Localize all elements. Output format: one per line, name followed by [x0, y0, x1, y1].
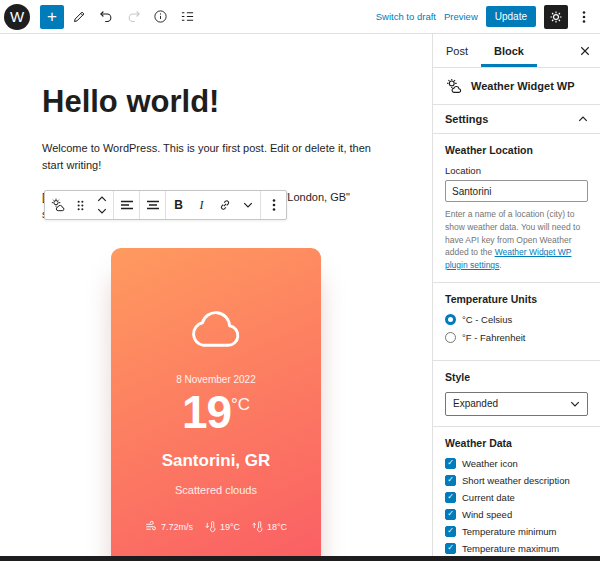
- kebab-icon: [577, 10, 591, 24]
- checkbox-temperature-minimum[interactable]: Temperature minimum: [445, 526, 588, 537]
- checkbox-short-description[interactable]: Short weather description: [445, 475, 588, 486]
- widget-description: Scattered clouds: [175, 484, 257, 496]
- checkbox-checked-icon: [445, 475, 456, 486]
- preview-button[interactable]: Preview: [444, 11, 478, 22]
- redo-button[interactable]: [121, 3, 145, 31]
- post-paragraph[interactable]: Welcome to WordPress. This is your first…: [42, 140, 390, 173]
- settings-panel-toggle[interactable]: Settings: [433, 105, 600, 134]
- kebab-icon: [267, 198, 281, 212]
- editor-topbar: W +: [0, 0, 600, 34]
- checkbox-short-description-label: Short weather description: [462, 475, 570, 486]
- chevron-down-icon: [243, 202, 253, 208]
- block-toolbar-group-block: [45, 191, 114, 219]
- move-up-button[interactable]: [92, 194, 112, 205]
- undo-icon: [99, 9, 114, 24]
- checkbox-checked-icon: [445, 458, 456, 469]
- update-button[interactable]: Update: [486, 6, 536, 27]
- chevron-down-icon: [97, 208, 107, 214]
- redo-icon: [126, 9, 141, 24]
- info-icon: [153, 9, 168, 24]
- wordpress-logo[interactable]: W: [4, 4, 30, 30]
- style-select[interactable]: Expanded: [445, 392, 588, 416]
- tab-block[interactable]: Block: [481, 34, 537, 67]
- location-label: Location: [445, 165, 588, 176]
- settings-toggle-button[interactable]: [544, 5, 568, 29]
- cloud-icon: [184, 296, 248, 360]
- widget-temp-min-value: 19°C: [220, 522, 240, 532]
- checkbox-temperature-minimum-label: Temperature minimum: [462, 526, 557, 537]
- bold-button[interactable]: B: [167, 191, 190, 219]
- widget-wind-value: 7.72m/s: [161, 522, 193, 532]
- block-card-title: Weather Widget WP: [471, 80, 575, 92]
- chevron-up-icon: [97, 196, 107, 202]
- style-section: Style Expanded: [433, 361, 600, 427]
- widget-temperature-unit: °C: [231, 395, 250, 414]
- post-title[interactable]: Hello world!: [42, 84, 390, 120]
- block-toolbar-group-format: B I: [166, 191, 261, 219]
- tools-pencil-button[interactable]: [67, 3, 91, 31]
- widget-temp-max-value: 18°C: [267, 522, 287, 532]
- drag-handle-icon: [74, 199, 87, 212]
- italic-button[interactable]: I: [190, 191, 213, 219]
- details-button[interactable]: [148, 3, 172, 31]
- radio-fahrenheit[interactable]: °F - Fahrenheit: [445, 332, 588, 343]
- block-type-button[interactable]: [46, 191, 69, 219]
- style-heading: Style: [445, 371, 588, 383]
- plus-icon: +: [47, 8, 57, 25]
- undo-button[interactable]: [94, 3, 118, 31]
- checkbox-checked-icon: [445, 509, 456, 520]
- move-down-button[interactable]: [92, 206, 112, 217]
- options-menu-button[interactable]: [576, 5, 592, 29]
- drag-handle[interactable]: [69, 191, 92, 219]
- widget-temp-max: 18°C: [251, 520, 287, 533]
- widget-date: 8 November 2022: [176, 374, 256, 385]
- tab-post[interactable]: Post: [433, 34, 481, 67]
- sidebar-tabs: Post Block: [433, 34, 600, 68]
- align-button[interactable]: [115, 191, 138, 219]
- close-icon: [579, 45, 591, 57]
- switch-to-draft-button[interactable]: Switch to draft: [376, 11, 436, 22]
- block-toolbar-group-align: [114, 191, 140, 219]
- topbar-left-tools: W +: [0, 3, 199, 31]
- checkbox-checked-icon: [445, 526, 456, 537]
- weather-data-heading: Weather Data: [445, 437, 588, 449]
- align-center-button[interactable]: [141, 191, 164, 219]
- list-view-button[interactable]: [175, 3, 199, 31]
- block-toolbar-group-options: [261, 191, 286, 219]
- widget-location: Santorini, GR: [162, 451, 271, 471]
- checkbox-temperature-maximum-label: Temperature maximum: [462, 543, 559, 554]
- more-formats-button[interactable]: [236, 191, 259, 219]
- editor-canvas: Hello world! Welcome to WordPress. This …: [0, 34, 432, 556]
- checkbox-current-date[interactable]: Current date: [445, 492, 588, 503]
- weather-widget-block-icon: [50, 197, 66, 213]
- location-input[interactable]: [445, 180, 588, 202]
- checkbox-temperature-maximum[interactable]: Temperature maximum: [445, 543, 588, 554]
- link-button[interactable]: [213, 191, 236, 219]
- chevron-down-icon: [570, 401, 580, 407]
- weather-widget-card[interactable]: 8 November 2022 19°C Santorini, GR Scatt…: [111, 248, 321, 556]
- radio-fahrenheit-label: °F - Fahrenheit: [462, 332, 525, 343]
- link-icon: [218, 198, 232, 212]
- weather-location-section: Weather Location Location Enter a name o…: [433, 134, 600, 283]
- close-sidebar-button[interactable]: [570, 34, 600, 67]
- align-left-icon: [120, 198, 134, 212]
- settings-panel-title: Settings: [445, 113, 488, 125]
- widget-temp-min: 19°C: [204, 520, 240, 533]
- wordpress-logo-letter: W: [10, 8, 24, 25]
- radio-celsius[interactable]: °C - Celsius: [445, 314, 588, 325]
- window-bottom-edge: [0, 556, 600, 561]
- temperature-units-heading: Temperature Units: [445, 293, 588, 305]
- thermometer-min-icon: [204, 520, 217, 533]
- list-view-icon: [180, 9, 195, 24]
- block-inserter-button[interactable]: +: [40, 5, 64, 29]
- checkbox-checked-icon: [445, 492, 456, 503]
- block-toolbar: B I: [44, 190, 287, 220]
- wind-icon: [145, 520, 158, 533]
- checkbox-weather-icon[interactable]: Weather icon: [445, 458, 588, 469]
- location-help-text: Enter a name of a location (city) to sho…: [445, 208, 588, 272]
- checkbox-wind-speed[interactable]: Wind speed: [445, 509, 588, 520]
- checkbox-weather-icon-label: Weather icon: [462, 458, 518, 469]
- radio-celsius-label: °C - Celsius: [462, 314, 512, 325]
- chevron-up-icon: [578, 116, 588, 122]
- block-options-button[interactable]: [262, 191, 285, 219]
